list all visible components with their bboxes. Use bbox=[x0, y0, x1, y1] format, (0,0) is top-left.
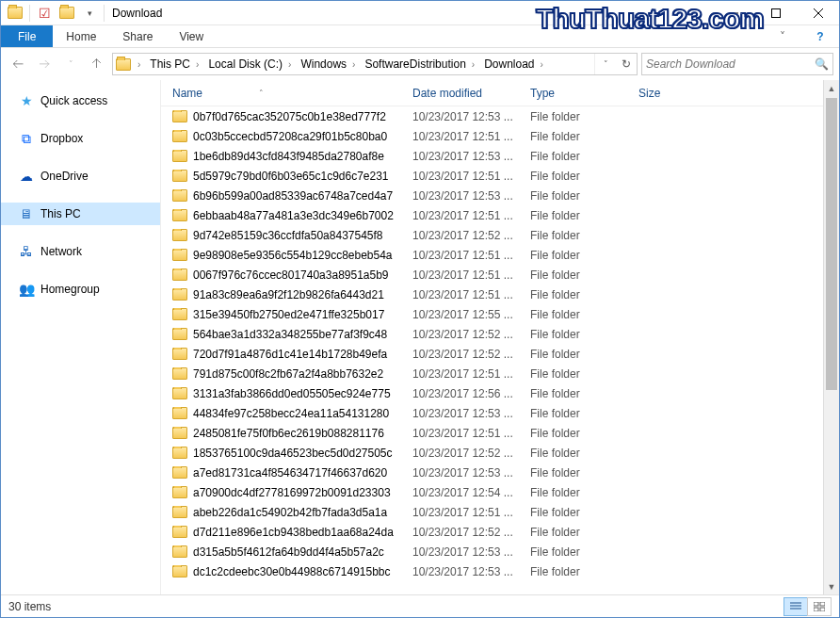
scroll-thumb[interactable] bbox=[826, 98, 837, 390]
vertical-scrollbar[interactable]: ▲ ▼ bbox=[823, 80, 839, 594]
folder-icon bbox=[172, 427, 187, 439]
chevron-right-icon[interactable]: › bbox=[466, 59, 475, 70]
file-type: File folder bbox=[519, 526, 627, 539]
sidebar-item-this-pc[interactable]: 🖥This PC bbox=[1, 203, 160, 225]
breadcrumb-item[interactable]: This PC› bbox=[144, 54, 202, 74]
file-type: File folder bbox=[519, 328, 627, 341]
tab-view[interactable]: View bbox=[166, 25, 217, 47]
dropbox-icon: ⧉ bbox=[18, 130, 35, 147]
file-row[interactable]: d315a5b5f4612fa64b9dd4f4a5b57a2c10/23/20… bbox=[161, 542, 839, 561]
search-input[interactable] bbox=[646, 57, 815, 71]
help-button[interactable]: ? bbox=[801, 25, 839, 47]
folder-icon bbox=[172, 150, 187, 162]
svg-rect-10 bbox=[820, 608, 825, 611]
file-name: 564bae3a1d332a348255be77af3f9c48 bbox=[193, 328, 387, 341]
file-name: d315a5b5f4612fa64b9dd4f4a5b57a2c bbox=[193, 545, 384, 559]
file-rows: 0b7f0d765cac352075c0b1e38ed777f210/23/20… bbox=[161, 106, 839, 594]
sidebar-item-dropbox[interactable]: ⧉Dropbox bbox=[1, 127, 160, 150]
file-row[interactable]: 6b96b599a00ad85339ac6748a7ced4a710/23/20… bbox=[161, 186, 839, 205]
column-type[interactable]: Type bbox=[519, 87, 627, 100]
folder-icon bbox=[172, 268, 187, 281]
nav-forward-button[interactable]: 🡢 bbox=[33, 53, 56, 75]
breadcrumb-item[interactable]: Download› bbox=[478, 54, 547, 74]
qat-folder[interactable] bbox=[57, 3, 77, 24]
file-row[interactable]: a70900dc4df2778169972b0091d2330310/23/20… bbox=[161, 482, 839, 502]
status-bar: 30 items bbox=[1, 594, 839, 617]
maximize-button[interactable] bbox=[754, 1, 797, 25]
column-name[interactable]: Name˄ bbox=[161, 87, 401, 100]
file-row[interactable]: 0b7f0d765cac352075c0b1e38ed777f210/23/20… bbox=[161, 106, 839, 126]
chevron-right-icon[interactable]: › bbox=[190, 59, 199, 70]
qat-dropdown[interactable]: ▾ bbox=[79, 3, 100, 24]
close-button[interactable] bbox=[797, 1, 839, 25]
file-row[interactable]: 1853765100c9da46523bec5d0d27505c10/23/20… bbox=[161, 443, 839, 463]
file-row[interactable]: 0067f976c76ccec801740a3a8951a5b910/23/20… bbox=[161, 265, 839, 285]
scroll-up-button[interactable]: ▲ bbox=[824, 80, 839, 96]
folder-icon bbox=[172, 170, 187, 182]
nav-recent-button[interactable]: ˅ bbox=[59, 53, 82, 75]
title-bar: ☑ ▾ Download bbox=[1, 1, 839, 25]
file-row[interactable]: 9e98908e5e9356c554b129cc8ebeb54a10/23/20… bbox=[161, 245, 839, 265]
file-type: File folder bbox=[519, 249, 627, 262]
file-date: 10/23/2017 12:51 ... bbox=[401, 130, 519, 143]
breadcrumb-item[interactable]: Local Disk (C:)› bbox=[202, 54, 295, 74]
nav-back-button[interactable]: 🡠 bbox=[7, 53, 29, 75]
file-row[interactable]: 0c03b5ccecbd57208ca29f01b5c80ba010/23/20… bbox=[161, 126, 839, 146]
file-row[interactable]: d7d211e896e1cb9438bedb1aa68a24da10/23/20… bbox=[161, 522, 839, 542]
file-row[interactable]: 5d5979c79bd0f6b03e65c1c9d6c7e23110/23/20… bbox=[161, 166, 839, 186]
sidebar-item-network[interactable]: 🖧Network bbox=[1, 240, 160, 263]
search-icon[interactable]: 🔍 bbox=[815, 57, 829, 71]
file-date: 10/23/2017 12:53 ... bbox=[401, 545, 519, 559]
homegroup-icon: 👥 bbox=[18, 281, 35, 298]
file-row[interactable]: 2485081fe75f0fb6ec2619b08828117610/23/20… bbox=[161, 423, 839, 443]
file-row[interactable]: a7ed81731ca4f854634717f46637d62010/23/20… bbox=[161, 463, 839, 482]
ribbon-collapse-button[interactable]: ˅ bbox=[764, 25, 801, 47]
chevron-right-icon[interactable]: › bbox=[283, 59, 291, 70]
sidebar-item-homegroup[interactable]: 👥Homegroup bbox=[1, 278, 160, 301]
nav-up-button[interactable]: 🡡 bbox=[86, 53, 108, 75]
address-bar[interactable]: › This PC›Local Disk (C:)›Windows›Softwa… bbox=[112, 53, 638, 75]
qat-checkbox[interactable]: ☑ bbox=[34, 3, 55, 24]
file-row[interactable]: 791d875c00f8c2fb67a2f4a8bb7632e210/23/20… bbox=[161, 364, 839, 383]
scroll-down-button[interactable]: ▼ bbox=[824, 578, 839, 594]
sidebar-item-quick-access[interactable]: ★Quick access bbox=[1, 89, 160, 112]
folder-icon bbox=[172, 328, 187, 340]
tab-home[interactable]: Home bbox=[53, 25, 109, 47]
folder-icon[interactable] bbox=[5, 3, 25, 24]
view-icons-button[interactable] bbox=[807, 597, 832, 616]
file-date: 10/23/2017 12:51 ... bbox=[401, 427, 519, 440]
file-row[interactable]: 44834fe97c258becc24ea11a5413128010/23/20… bbox=[161, 403, 839, 423]
pc-icon: 🖥 bbox=[18, 205, 35, 222]
view-details-button[interactable] bbox=[783, 597, 808, 616]
chevron-right-icon[interactable]: › bbox=[134, 59, 144, 70]
refresh-button[interactable]: ↻ bbox=[616, 54, 637, 74]
sidebar-item-onedrive[interactable]: ☁OneDrive bbox=[1, 165, 160, 187]
file-row[interactable]: 720d7f91a4876d1c41e14b1728b49efa10/23/20… bbox=[161, 344, 839, 364]
minimize-button[interactable] bbox=[712, 1, 754, 25]
folder-icon bbox=[172, 526, 187, 538]
file-date: 10/23/2017 12:51 ... bbox=[401, 367, 519, 381]
file-row[interactable]: 315e39450fb2750ed2e471ffe325b01710/23/20… bbox=[161, 304, 839, 324]
file-name: 0b7f0d765cac352075c0b1e38ed777f2 bbox=[193, 110, 386, 123]
file-row[interactable]: 3131a3fab3866dd0ed05505ec924e77510/23/20… bbox=[161, 383, 839, 403]
file-row[interactable]: 9d742e85159c36ccfdfa50a8437545f810/23/20… bbox=[161, 225, 839, 245]
search-box[interactable]: 🔍 bbox=[641, 53, 833, 75]
tab-share[interactable]: Share bbox=[109, 25, 166, 47]
file-row[interactable]: 564bae3a1d332a348255be77af3f9c4810/23/20… bbox=[161, 324, 839, 344]
file-date: 10/23/2017 12:51 ... bbox=[401, 249, 519, 262]
file-row[interactable]: abeb226da1c54902b42fb7fada3d5a1a10/23/20… bbox=[161, 502, 839, 522]
file-row[interactable]: 91a83c89ea6a9f2f12b9826fa6443d2110/23/20… bbox=[161, 285, 839, 304]
file-row[interactable]: 6ebbaab48a77a481a3e3dc349e6b700210/23/20… bbox=[161, 205, 839, 225]
chevron-right-icon[interactable]: › bbox=[535, 59, 543, 70]
column-size[interactable]: Size bbox=[627, 87, 693, 100]
file-row[interactable]: dc1c2cdeebc30e0b44988c6714915bbc10/23/20… bbox=[161, 561, 839, 581]
file-name: 0067f976c76ccec801740a3a8951a5b9 bbox=[193, 268, 389, 282]
chevron-right-icon[interactable]: › bbox=[347, 59, 355, 70]
breadcrumb-item[interactable]: Windows› bbox=[295, 54, 359, 74]
file-row[interactable]: 1be6db89d43cfd843f9485da2780af8e10/23/20… bbox=[161, 146, 839, 166]
address-dropdown-button[interactable]: ˅ bbox=[595, 54, 616, 74]
tab-file[interactable]: File bbox=[1, 25, 53, 47]
content-area: ★Quick access⧉Dropbox☁OneDrive🖥This PC🖧N… bbox=[1, 80, 839, 594]
column-date[interactable]: Date modified bbox=[401, 87, 519, 100]
breadcrumb-item[interactable]: SoftwareDistribution› bbox=[359, 54, 478, 74]
